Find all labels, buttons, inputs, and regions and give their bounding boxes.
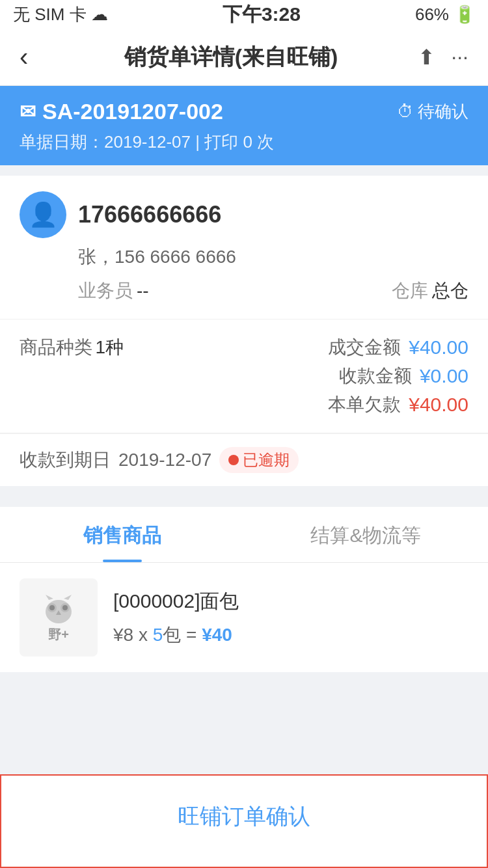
warehouse-label: 仓库 bbox=[392, 278, 428, 303]
status-clock-icon: ⏱ bbox=[397, 102, 414, 122]
due-date-section: 收款到期日 2019-12-07 已逾期 bbox=[0, 433, 488, 486]
owed-value: ¥40.00 bbox=[409, 394, 468, 416]
product-logo-text: 野+ bbox=[48, 626, 69, 644]
customer-card: 👤 17666666666 张，156 6666 6666 业务员 -- 仓库 … bbox=[0, 176, 488, 319]
product-item: 野+ [0000002]面包 ¥8 x 5包 = ¥40 bbox=[0, 563, 488, 672]
battery-icon: 🔋 bbox=[454, 5, 475, 25]
overdue-badge: 已逾期 bbox=[219, 447, 299, 473]
svg-point-4 bbox=[62, 605, 68, 610]
customer-phone: 17666666666 bbox=[78, 201, 221, 228]
confirm-button-wrap: 旺铺订单确认 bbox=[0, 774, 488, 868]
price-base: ¥8 bbox=[113, 625, 133, 645]
order-id: ✉ SA-20191207-002 bbox=[20, 99, 223, 124]
nav-actions: ⬆ ··· bbox=[403, 45, 468, 70]
print-label: 打印 bbox=[204, 132, 238, 152]
received-value: ¥0.00 bbox=[420, 365, 468, 387]
order-header: ✉ SA-20191207-002 ⏱ 待确认 单据日期：2019-12-07 … bbox=[0, 86, 488, 165]
print-count: 0 bbox=[243, 132, 252, 152]
amounts: 成交金额 ¥40.00 收款金额 ¥0.00 本单欠款 ¥40.00 bbox=[328, 335, 468, 417]
customer-meta: 业务员 -- 仓库 总仓 bbox=[20, 278, 468, 303]
product-price: ¥8 x 5包 = ¥40 bbox=[113, 623, 468, 647]
confirm-button[interactable]: 旺铺订单确认 bbox=[21, 786, 467, 847]
status-left: 无 SIM 卡 ☁ bbox=[13, 3, 108, 26]
product-logo-svg bbox=[39, 592, 78, 625]
received-label: 收款金额 bbox=[339, 364, 412, 388]
owed-amount-row: 本单欠款 ¥40.00 bbox=[328, 392, 468, 417]
share-icon[interactable]: ⬆ bbox=[418, 45, 435, 70]
product-thumbnail: 野+ bbox=[20, 578, 98, 657]
equals-sign: = bbox=[181, 625, 202, 645]
overdue-dot-icon bbox=[228, 455, 239, 465]
sales-value: -- bbox=[137, 280, 149, 301]
goods-type-value: 1种 bbox=[95, 337, 124, 357]
back-button[interactable]: ‹ bbox=[20, 42, 59, 72]
product-unit: 包 bbox=[163, 625, 181, 645]
order-date: 单据日期：2019-12-07 | 打印 0 次 bbox=[20, 131, 468, 154]
summary-section: 商品种类 1种 成交金额 ¥40.00 收款金额 ¥0.00 本单欠款 ¥40.… bbox=[0, 319, 488, 486]
avatar-icon: 👤 bbox=[29, 201, 58, 228]
battery-label: 66% bbox=[415, 5, 449, 25]
sim-label: 无 SIM 卡 ☁ bbox=[13, 3, 108, 26]
overdue-text: 已逾期 bbox=[243, 450, 290, 470]
nav-bar: ‹ 销货单详情(来自旺铺) ⬆ ··· bbox=[0, 29, 488, 86]
product-info: [0000002]面包 ¥8 x 5包 = ¥40 bbox=[113, 588, 468, 647]
transaction-amount-row: 成交金额 ¥40.00 bbox=[328, 335, 468, 360]
order-id-icon: ✉ bbox=[20, 100, 36, 123]
owed-label: 本单欠款 bbox=[328, 392, 401, 417]
order-status: ⏱ 待确认 bbox=[397, 100, 468, 123]
status-right: 66% 🔋 bbox=[415, 5, 475, 25]
warehouse-value: 总仓 bbox=[432, 278, 468, 303]
product-total: ¥40 bbox=[202, 625, 232, 645]
status-time: 下午3:28 bbox=[223, 1, 301, 28]
avatar: 👤 bbox=[20, 191, 66, 238]
goods-type-label: 商品种类 bbox=[20, 337, 92, 357]
due-date-value: 2019-12-07 bbox=[118, 450, 211, 470]
print-unit: 次 bbox=[257, 132, 274, 152]
transaction-label: 成交金额 bbox=[328, 335, 401, 360]
order-date-label: 单据日期： bbox=[20, 132, 104, 152]
order-date-value: 2019-12-07 bbox=[104, 132, 191, 152]
multiply-sign: x bbox=[133, 625, 153, 645]
transaction-value: ¥40.00 bbox=[409, 336, 468, 359]
tabs-header: 销售商品 结算&物流等 bbox=[0, 507, 488, 563]
order-id-value: SA-20191207-002 bbox=[42, 99, 223, 124]
tab-sales-goods[interactable]: 销售商品 bbox=[0, 507, 244, 562]
customer-name: 张，156 6666 6666 bbox=[20, 245, 468, 269]
svg-point-2 bbox=[49, 605, 55, 610]
status-bar: 无 SIM 卡 ☁ 下午3:28 66% 🔋 bbox=[0, 0, 488, 29]
tabs-section: 销售商品 结算&物流等 bbox=[0, 496, 488, 672]
goods-type: 商品种类 1种 bbox=[20, 335, 124, 360]
svg-marker-7 bbox=[64, 595, 72, 600]
more-icon[interactable]: ··· bbox=[451, 45, 468, 69]
order-status-label: 待确认 bbox=[418, 100, 468, 123]
amount-section: 商品种类 1种 成交金额 ¥40.00 收款金额 ¥0.00 本单欠款 ¥40.… bbox=[0, 319, 488, 433]
page-title: 销货单详情(来自旺铺) bbox=[59, 42, 403, 72]
due-date-label: 收款到期日 bbox=[20, 448, 111, 472]
received-amount-row: 收款金额 ¥0.00 bbox=[339, 364, 468, 388]
tab-settlement[interactable]: 结算&物流等 bbox=[244, 507, 488, 562]
svg-marker-6 bbox=[46, 595, 53, 600]
product-name: [0000002]面包 bbox=[113, 588, 468, 615]
product-qty: 5 bbox=[153, 625, 163, 645]
sales-label: 业务员 bbox=[78, 278, 133, 303]
